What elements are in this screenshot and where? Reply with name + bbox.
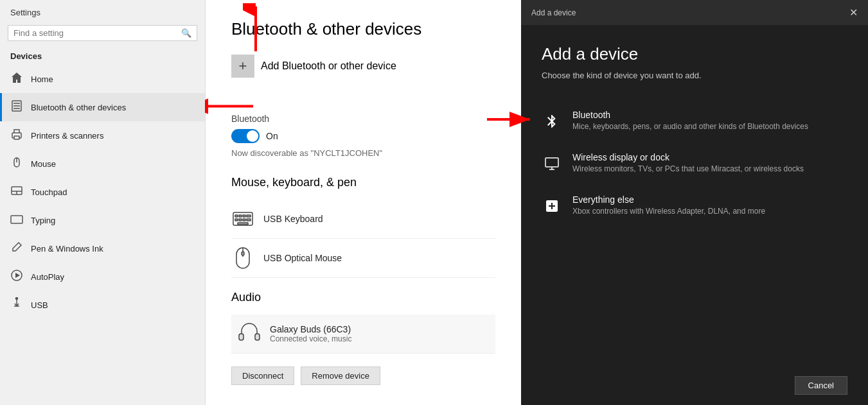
add-device-label: Add Bluetooth or other device — [261, 60, 396, 72]
monitor-icon — [542, 153, 562, 174]
cancel-button[interactable]: Cancel — [795, 376, 847, 395]
svg-rect-42 — [545, 158, 558, 167]
svg-rect-33 — [247, 219, 251, 221]
list-item: USB Keyboard — [231, 200, 495, 239]
subsection-title-audio: Audio — [231, 291, 495, 304]
device-name: USB Optical Mouse — [263, 253, 342, 263]
list-item: Galaxy Buds (66C3) Connected voice, musi… — [231, 315, 495, 354]
autoplay-icon — [10, 269, 23, 284]
sidebar-item-printers[interactable]: Printers & scanners — [0, 121, 205, 150]
sidebar-item-label: Printers & scanners — [31, 131, 103, 141]
typing-icon — [10, 212, 23, 228]
wireless-display-option[interactable]: Wireless display or dock Wireless monito… — [542, 142, 847, 184]
overlay-footer: Cancel — [521, 366, 868, 405]
plus-icon — [542, 196, 562, 216]
subsection-title-mouse: Mouse, keyboard, & pen — [231, 176, 495, 189]
option-sub: Xbox controllers with Wireless Adapter, … — [572, 207, 765, 216]
sidebar-item-label: Touchpad — [31, 187, 67, 197]
svg-point-37 — [242, 252, 244, 255]
sidebar-item-touchpad[interactable]: Touchpad — [0, 178, 205, 206]
svg-rect-27 — [239, 215, 242, 217]
svg-rect-31 — [239, 219, 242, 221]
svg-rect-26 — [235, 215, 238, 217]
everything-else-option-info: Everything else Xbox controllers with Wi… — [572, 194, 765, 216]
svg-rect-39 — [255, 334, 260, 340]
svg-marker-21 — [15, 273, 20, 278]
bluetooth-sidebar-icon — [10, 99, 23, 115]
sidebar-item-bluetooth[interactable]: Bluetooth & other devices — [0, 93, 205, 121]
bluetooth-section-label: Bluetooth — [231, 114, 495, 124]
svg-rect-38 — [239, 334, 244, 340]
keyboard-icon — [231, 207, 254, 230]
overlay-title: Add a device — [542, 44, 847, 64]
sidebar-item-typing[interactable]: Typing — [0, 206, 205, 234]
sidebar-item-label: Bluetooth & other devices — [31, 103, 126, 112]
search-box[interactable]: 🔍 — [8, 25, 197, 41]
main-panel: Bluetooth & other devices + Add Bluetoot… — [206, 0, 521, 405]
option-title: Wireless display or dock — [572, 152, 804, 162]
sidebar-item-label: Home — [31, 74, 53, 84]
option-title: Bluetooth — [572, 110, 808, 120]
svg-rect-13 — [11, 216, 22, 223]
sidebar-item-usb[interactable]: USB — [0, 291, 205, 319]
home-icon — [10, 71, 23, 87]
discoverable-text: Now discoverable as "NYCLT1JCOHEN" — [231, 148, 495, 158]
sidebar-item-label: USB — [31, 300, 48, 310]
sidebar-item-label: Typing — [31, 216, 55, 225]
svg-rect-7 — [14, 136, 19, 139]
everything-else-option[interactable]: Everything else Xbox controllers with Wi… — [542, 184, 847, 227]
headset-icon — [238, 322, 261, 345]
svg-rect-30 — [235, 219, 238, 221]
device-sub: Connected voice, music — [270, 334, 351, 343]
device-info: Galaxy Buds (66C3) Connected voice, musi… — [270, 324, 351, 343]
svg-rect-34 — [238, 223, 248, 225]
overlay-subtitle: Choose the kind of device you want to ad… — [542, 71, 847, 80]
option-sub: Mice, keyboards, pens, or audio and othe… — [572, 122, 808, 131]
pen-icon — [10, 241, 23, 256]
sidebar-section-title: Devices — [0, 47, 205, 65]
svg-point-22 — [16, 298, 18, 300]
sidebar-item-label: Pen & Windows Ink — [31, 244, 103, 254]
sidebar-item-pen[interactable]: Pen & Windows Ink — [0, 234, 205, 263]
close-icon[interactable]: ✕ — [849, 6, 858, 19]
device-info: USB Keyboard — [263, 214, 323, 224]
overlay-header-title: Add a device — [531, 8, 576, 17]
list-item: USB Optical Mouse — [231, 239, 495, 278]
printer-icon — [10, 128, 23, 143]
wireless-display-option-info: Wireless display or dock Wireless monito… — [572, 152, 804, 173]
option-title: Everything else — [572, 194, 765, 205]
sidebar-item-home[interactable]: Home — [0, 65, 205, 93]
add-device-button[interactable]: + Add Bluetooth or other device — [231, 55, 396, 78]
mouse-device-icon — [231, 246, 254, 270]
bluetooth-option-info: Bluetooth Mice, keyboards, pens, or audi… — [572, 110, 808, 131]
disconnect-button[interactable]: Disconnect — [231, 366, 294, 385]
search-input[interactable] — [13, 28, 181, 38]
add-device-panel: Add a device ✕ Add a device Choose the k… — [521, 0, 868, 405]
touchpad-icon — [10, 184, 23, 200]
bluetooth-option[interactable]: Bluetooth Mice, keyboards, pens, or audi… — [542, 99, 847, 142]
bluetooth-toggle[interactable] — [231, 129, 260, 143]
app-title: Settings — [0, 0, 205, 21]
sidebar-item-label: AutoPlay — [31, 272, 64, 282]
bluetooth-toggle-row: On — [231, 129, 495, 143]
add-icon: + — [231, 55, 254, 78]
option-sub: Wireless monitors, TVs, or PCs that use … — [572, 164, 804, 173]
overlay-header: Add a device ✕ — [521, 0, 868, 25]
bluetooth-status: On — [266, 131, 278, 141]
device-info: USB Optical Mouse — [263, 253, 342, 263]
page-title: Bluetooth & other devices — [231, 19, 495, 39]
device-actions: Disconnect Remove device — [231, 366, 495, 385]
remove-device-button[interactable]: Remove device — [301, 366, 380, 385]
device-name: USB Keyboard — [263, 214, 323, 224]
sidebar-item-label: Mouse — [31, 159, 56, 169]
sidebar-item-autoplay[interactable]: AutoPlay — [0, 263, 205, 291]
svg-rect-32 — [243, 219, 245, 221]
sidebar-item-mouse[interactable]: Mouse — [0, 150, 205, 178]
usb-icon — [10, 297, 23, 313]
sidebar: Settings 🔍 Devices Home Bluetooth & othe… — [0, 0, 206, 405]
search-icon: 🔍 — [181, 28, 191, 38]
device-name: Galaxy Buds (66C3) — [270, 324, 351, 334]
svg-rect-29 — [247, 215, 251, 217]
overlay-body: Add a device Choose the kind of device y… — [521, 25, 868, 366]
mouse-icon — [10, 156, 23, 171]
